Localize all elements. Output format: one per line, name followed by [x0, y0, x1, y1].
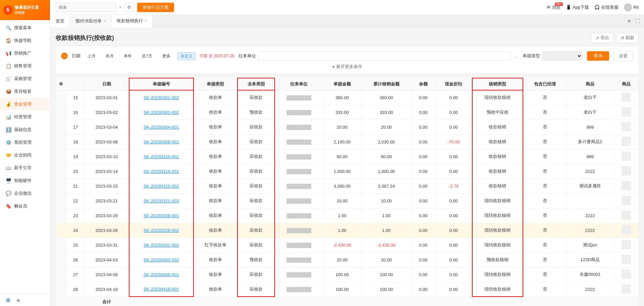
sidebar-item-marketing[interactable]: 📢 营销推广 [0, 47, 50, 60]
row-writeoff-amount: 333.00 [361, 105, 411, 120]
sidebar-item-finance[interactable]: 💰 资金管理 [0, 98, 50, 111]
sidebar-item-basic[interactable]: ℹ️ 基础信息 [0, 123, 50, 136]
row-writeoff-type: 收款核销 [472, 149, 523, 164]
sidebar: 6 畅康道好生意 标推版 🔍 搜索菜单 🏠 快捷导航 📢 营销推广 📋 销售管理… [0, 0, 50, 306]
row-cash-discount: 0.00 [435, 282, 472, 297]
row-biztype: 应收款 [237, 282, 275, 297]
hardware-icon: 🖥️ [5, 178, 11, 184]
row-docno[interactable]: SK-20230418-001 [129, 282, 194, 297]
wechat-icon: 💬 [5, 190, 11, 196]
row-docno[interactable]: SK-20230308-001 [129, 134, 194, 149]
row-goods: 999 [567, 149, 614, 164]
row-goods-img [614, 105, 639, 120]
row-docno[interactable]: SK-20230310-001 [129, 149, 194, 164]
sidebar-item-wechat[interactable]: 💬 企业微信 [0, 187, 50, 200]
total-cell-7 [323, 297, 361, 306]
row-index: 24 [67, 223, 85, 238]
sidebar-item-member[interactable]: 🔖 畅会员 [0, 200, 50, 212]
row-docno[interactable]: SK-20230314-001 [129, 164, 194, 179]
table-row: 272023-04-08SK-20230408-001收款单应收款███████… [56, 267, 639, 282]
sidebar-item-search[interactable]: 🔍 搜索菜单 [0, 21, 50, 34]
sidebar-item-corp[interactable]: 🤝 企业协同 [0, 149, 50, 162]
row-writeoff-amount: 1.00 [361, 223, 411, 238]
finance-icon: 💰 [5, 101, 11, 107]
tab-writeoff[interactable]: 收款核销执行 × [111, 15, 153, 27]
row-docno[interactable]: SK-20230328-001 [129, 208, 194, 223]
expand-more-conditions[interactable]: ▾ 展开更多条件 [61, 64, 633, 70]
row-docno[interactable]: SK-20230331-002 [129, 238, 194, 252]
filter-date-range-wrap: 不限 至 2023-07-26 [200, 53, 234, 59]
row-writeoff-amount: 100.00 [361, 267, 411, 282]
row-writeoff-amount: 1,000.00 [361, 164, 411, 179]
basic-icon: ℹ️ [5, 127, 11, 133]
topbar-search-input[interactable] [56, 3, 116, 12]
topbar-message-btn[interactable]: ✉ 消息 99+ [547, 4, 560, 10]
tab-presale[interactable]: 预付冲应付单 × [70, 15, 111, 27]
row-docno[interactable]: SK-20230321-003 [129, 193, 194, 208]
sidebar-item-system[interactable]: ⚙️ 系统管理 [0, 136, 50, 149]
filter-7days-btn[interactable]: 近7天 [139, 52, 155, 60]
query-btn[interactable]: 查询 [587, 51, 609, 61]
table-scroll[interactable]: ⚙ 日期 单据编号 单据类型 业务类型 往来单位 单据金额 累计核销金额 余额 … [56, 78, 639, 306]
filter-custom-btn[interactable]: 自定义 [177, 52, 196, 60]
row-docno[interactable]: SK-20230408-001 [129, 267, 194, 282]
sidebar-nav: 🔍 搜索菜单 🏠 快捷导航 📢 营销推广 📋 销售管理 🛒 采购管理 📦 库存核… [0, 20, 50, 294]
row-docno[interactable]: SK-20230301-002 [129, 90, 194, 105]
tab-writeoff-close[interactable]: × [145, 19, 147, 22]
sidebar-item-purchase[interactable]: 🛒 采购管理 [0, 72, 50, 85]
col-header-incl-settled: 包含已结清 [523, 78, 567, 90]
row-writeoff-type: 收款核销 [472, 120, 523, 134]
topbar-user-btn[interactable]: Rit [624, 3, 639, 11]
table-row: 192023-03-10SK-20230310-001收款单应收款███████… [56, 149, 639, 164]
sidebar-item-hardware[interactable]: 🖥️ 智能硬件 [0, 174, 50, 187]
row-amount: 3,390.00 [323, 179, 361, 193]
sidebar-item-quicknav[interactable]: 🏠 快捷导航 [0, 34, 50, 47]
row-docno[interactable]: SK-20230315-002 [129, 179, 194, 193]
export-btn[interactable]: ↗ 导出 [591, 33, 613, 43]
sidebar-item-operation[interactable]: 📊 经营管理 [0, 111, 50, 123]
sidebar-label-guide: 新手引导 [14, 165, 32, 171]
row-date: 2023-03-15 [85, 179, 129, 193]
table-row: 162023-03-02SK-20230302-002收款单预收款███████… [56, 105, 639, 120]
tab-close-all-btn[interactable]: ✕ [626, 17, 633, 25]
sidebar-item-sales[interactable]: 📋 销售管理 [0, 60, 50, 72]
filter-setting-btn[interactable]: 设置 [613, 51, 633, 61]
tab-expand-btn[interactable]: ⛶ [634, 17, 641, 25]
row-amount: 2,100.00 [323, 134, 361, 149]
filter-expand-btn[interactable]: » [61, 53, 68, 59]
row-docno[interactable]: SK-20230302-002 [129, 105, 194, 120]
filter-counterparty-input[interactable] [258, 51, 511, 61]
tab-home[interactable]: 首页 [50, 15, 70, 27]
chevron-down-icon: ▾ [332, 64, 335, 69]
system-icon: ⚙️ [5, 139, 11, 145]
sidebar-item-inventory[interactable]: 📦 库存核算 [0, 85, 50, 98]
filter-doctype-select[interactable] [542, 51, 582, 61]
filter-last-month-btn[interactable]: 上月 [85, 52, 99, 60]
refresh-btn[interactable]: ↺ 刷新 [616, 33, 639, 43]
sidebar-collapse-icon[interactable]: ◀ [16, 298, 19, 303]
topbar-industry-btn[interactable]: 体验行业方案 [137, 3, 174, 12]
row-docno[interactable]: SK-20230304-001 [129, 120, 194, 134]
row-doctype: 红字收款单 [194, 238, 237, 252]
row-goods: 衣服00001 [567, 267, 614, 282]
tab-presale-close[interactable]: × [104, 19, 106, 23]
row-writeoff-type: 现结收款核销 [472, 282, 523, 297]
row-docno[interactable]: SK-20230328-002 [129, 223, 194, 238]
row-cash-discount: 0.00 [435, 120, 472, 134]
row-biztype: 预收款 [237, 252, 275, 267]
filter-this-month-btn[interactable]: 本月 [103, 52, 117, 60]
row-incl-settled: 否 [523, 164, 567, 179]
logo-text: 畅康道好生意 [15, 5, 39, 10]
table-row: 232023-03-28SK-20230328-001收款单应收款███████… [56, 208, 639, 223]
filter-more-btn[interactable]: 更多 [159, 52, 173, 60]
filter-this-year-btn[interactable]: 本年 [121, 52, 135, 60]
sidebar-item-guide[interactable]: 📖 新手引导 [0, 162, 50, 174]
topbar-gear-btn[interactable]: ⚙ [124, 3, 134, 12]
col-header-date: 日期 [85, 78, 129, 90]
row-docno[interactable]: SK-20230403-002 [129, 252, 194, 267]
row-date: 2023-04-18 [85, 282, 129, 297]
row-gear [56, 252, 67, 267]
sidebar-settings-icon[interactable]: ⚙️ [5, 298, 11, 303]
topbar-service-btn[interactable]: 🎧 在线客服 [594, 4, 619, 10]
topbar-app-btn[interactable]: 📱 App下载 [566, 4, 589, 10]
